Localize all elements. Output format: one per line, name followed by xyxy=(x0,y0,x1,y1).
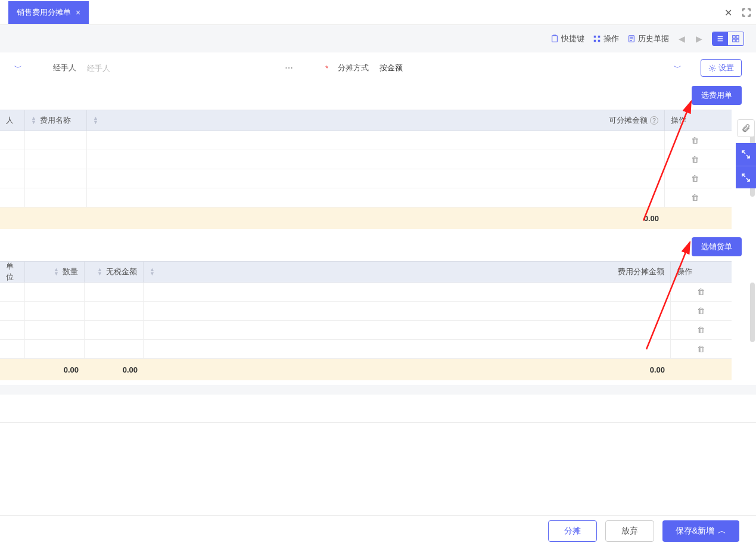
expand-out-button[interactable] xyxy=(736,143,756,166)
list-icon xyxy=(716,35,724,43)
paperclip-icon xyxy=(741,123,751,133)
sales-grid-header: 单位 ▲▼ 数量 ▲▼ 无税金额 ▲▼ 费用分摊金额 操作 xyxy=(0,261,732,283)
attachment-button[interactable] xyxy=(737,119,755,137)
select-sales-button[interactable]: 选销货单 xyxy=(692,237,742,256)
svg-rect-1 xyxy=(594,36,596,38)
trash-icon[interactable]: 🗑 xyxy=(691,193,699,202)
sales-section-actions: 选销货单 xyxy=(0,235,756,261)
total-allocatable: 0.00 xyxy=(87,207,665,229)
col-person[interactable]: 人 xyxy=(0,110,25,131)
col-expense-name[interactable]: ▲▼ 费用名称 xyxy=(25,110,87,131)
expense-grid-total: 0.00 xyxy=(0,207,732,229)
document-icon xyxy=(627,35,636,43)
history-label: 历史单据 xyxy=(638,33,669,44)
total-alloc: 0.00 xyxy=(144,359,671,380)
prev-record-icon[interactable]: ◀ xyxy=(677,34,686,44)
next-record-icon[interactable]: ▶ xyxy=(695,34,704,44)
expense-grid-header: 人 ▲▼ 费用名称 ▲▼ 可分摊金额 ? 操作 xyxy=(0,110,732,131)
section-divider xyxy=(0,385,756,395)
col-operation: 操作 xyxy=(671,262,730,282)
trash-icon[interactable]: 🗑 xyxy=(697,325,705,334)
table-row: 🗑 xyxy=(0,150,732,169)
table-row: 🗑 xyxy=(0,131,732,150)
trash-icon[interactable]: 🗑 xyxy=(697,306,705,315)
more-icon[interactable]: ⋯ xyxy=(285,63,294,73)
operate-link[interactable]: 操作 xyxy=(593,33,619,44)
settings-button[interactable]: 设置 xyxy=(701,59,742,77)
svg-rect-0 xyxy=(552,36,558,42)
expand-icon xyxy=(741,173,751,182)
grid-icon xyxy=(593,35,601,43)
help-icon[interactable]: ? xyxy=(650,116,658,125)
sort-icon: ▲▼ xyxy=(31,116,36,125)
view-toggle xyxy=(712,32,744,46)
handler-label: 经手人 xyxy=(53,63,76,73)
close-window-icon[interactable]: ✕ xyxy=(724,7,732,18)
discard-button[interactable]: 放弃 xyxy=(605,520,654,542)
fullscreen-icon[interactable] xyxy=(742,8,751,17)
svg-rect-7 xyxy=(736,36,739,38)
table-row: 🗑 xyxy=(0,340,732,359)
sort-icon: ▲▼ xyxy=(150,268,155,276)
table-row: 🗑 xyxy=(0,321,732,340)
col-notax-amount[interactable]: ▲▼ 无税金额 xyxy=(85,262,144,282)
method-select[interactable]: 按金额 ﹀ xyxy=(379,63,693,73)
handler-input[interactable] xyxy=(87,64,278,73)
shortcut-label: 快捷键 xyxy=(561,33,584,44)
chevron-up-icon: ︿ xyxy=(718,526,726,536)
trash-icon[interactable]: 🗑 xyxy=(697,287,705,296)
sort-icon: ▲▼ xyxy=(93,116,98,125)
clipboard-icon xyxy=(550,35,559,43)
grid-view-icon xyxy=(732,35,740,43)
table-row: 🗑 xyxy=(0,169,732,188)
trash-icon[interactable]: 🗑 xyxy=(691,136,699,145)
tab-bar: 销售费用分摊单 × ✕ xyxy=(0,0,756,25)
col-quantity[interactable]: ▲▼ 数量 xyxy=(25,262,85,282)
col-operation: 操作 xyxy=(665,110,724,131)
operate-label: 操作 xyxy=(603,33,619,44)
save-and-new-button[interactable]: 保存&新增 ︿ xyxy=(662,520,739,542)
settings-label: 设置 xyxy=(718,63,734,73)
method-label: 分摊方式 xyxy=(338,63,369,73)
toolbar: 快捷键 操作 历史单据 ◀ ▶ xyxy=(0,25,756,52)
side-tools xyxy=(736,119,756,188)
window-controls: ✕ xyxy=(724,0,751,25)
save-and-new-label: 保存&新增 xyxy=(676,526,714,536)
close-icon[interactable]: × xyxy=(76,8,80,17)
svg-point-10 xyxy=(711,67,714,69)
table-row: 🗑 xyxy=(0,188,732,207)
svg-rect-9 xyxy=(736,39,739,42)
scrollbar[interactable] xyxy=(750,283,755,342)
col-unit[interactable]: 单位 xyxy=(0,262,25,282)
divider-line xyxy=(0,422,756,423)
history-link[interactable]: 历史单据 xyxy=(627,33,669,44)
expense-grid: 人 ▲▼ 费用名称 ▲▼ 可分摊金额 ? 操作 🗑 🗑 🗑 � xyxy=(0,110,756,229)
view-grid-button[interactable] xyxy=(728,32,743,45)
allocate-button[interactable]: 分摊 xyxy=(548,520,597,542)
method-value: 按金额 xyxy=(379,63,403,73)
sales-grid-total: 0.00 0.00 0.00 xyxy=(0,359,732,380)
total-notax: 0.00 xyxy=(85,359,144,380)
shortcut-link[interactable]: 快捷键 xyxy=(550,33,584,44)
trash-icon[interactable]: 🗑 xyxy=(691,155,699,164)
col-allocatable-amount[interactable]: ▲▼ 可分摊金额 ? xyxy=(87,110,665,131)
sales-grid: 单位 ▲▼ 数量 ▲▼ 无税金额 ▲▼ 费用分摊金额 操作 🗑 🗑 xyxy=(0,261,756,380)
svg-rect-3 xyxy=(594,40,596,42)
trash-icon[interactable]: 🗑 xyxy=(691,174,699,183)
sort-icon: ▲▼ xyxy=(54,268,59,276)
tab-active[interactable]: 销售费用分摊单 × xyxy=(8,1,89,24)
svg-rect-8 xyxy=(733,39,735,42)
select-expense-button[interactable]: 选费用单 xyxy=(692,86,742,105)
required-star-icon: * xyxy=(325,64,328,73)
chevron-down-icon[interactable]: ﹀ xyxy=(14,63,22,73)
sort-icon: ▲▼ xyxy=(97,268,102,276)
trash-icon[interactable]: 🗑 xyxy=(697,345,705,353)
gear-icon xyxy=(708,64,716,72)
view-list-button[interactable] xyxy=(713,32,728,45)
tab-title: 销售费用分摊单 xyxy=(17,7,71,18)
expand-in-button[interactable] xyxy=(736,166,756,188)
svg-rect-4 xyxy=(598,40,601,42)
svg-rect-6 xyxy=(733,36,735,38)
col-alloc-amount[interactable]: ▲▼ 费用分摊金额 xyxy=(144,262,671,282)
table-row: 🗑 xyxy=(0,302,732,321)
